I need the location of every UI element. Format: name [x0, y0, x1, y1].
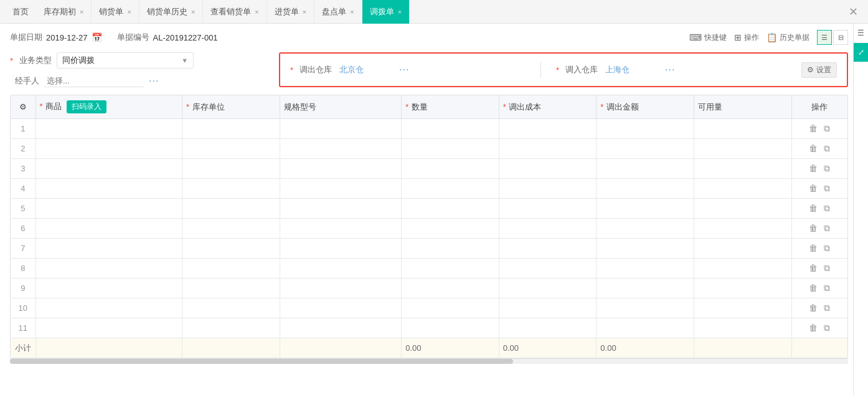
- th-settings[interactable]: ⚙: [11, 95, 35, 119]
- tab-purchase-order[interactable]: 进货单 ×: [267, 0, 314, 24]
- cell-cost[interactable]: [499, 298, 597, 318]
- cell-product[interactable]: [35, 278, 182, 298]
- cell-quantity[interactable]: [402, 139, 499, 159]
- cell-product[interactable]: [35, 179, 182, 199]
- tab-inventory-init[interactable]: 库存期初 ×: [36, 0, 92, 24]
- cell-cost[interactable]: [499, 259, 597, 278]
- delete-icon[interactable]: 🗑: [809, 223, 818, 233]
- cell-cost[interactable]: [499, 318, 597, 338]
- delete-icon[interactable]: 🗑: [809, 163, 818, 173]
- cell-available[interactable]: [694, 179, 791, 199]
- cell-cost[interactable]: [499, 119, 597, 139]
- tab-close-sales-history[interactable]: ×: [191, 8, 195, 16]
- layout-grid-btn[interactable]: ⊟: [833, 30, 848, 45]
- tab-home[interactable]: 首页: [5, 0, 36, 24]
- sidebar-list-btn[interactable]: ☰: [854, 24, 869, 43]
- cell-available[interactable]: [694, 318, 791, 338]
- delete-icon[interactable]: 🗑: [809, 183, 818, 193]
- cell-unit[interactable]: [182, 199, 280, 219]
- cell-quantity[interactable]: [402, 318, 499, 338]
- tab-bar-close-button[interactable]: ✕: [844, 5, 863, 19]
- delete-icon[interactable]: 🗑: [809, 283, 818, 293]
- cell-cost[interactable]: [499, 219, 597, 239]
- warehouse-in-more-btn[interactable]: ···: [665, 64, 675, 75]
- cell-spec[interactable]: [280, 199, 402, 219]
- cell-unit[interactable]: [182, 219, 280, 239]
- layout-list-btn[interactable]: ☰: [817, 30, 832, 45]
- delete-icon[interactable]: 🗑: [809, 303, 818, 313]
- tab-close-transfer-order[interactable]: ×: [398, 8, 402, 16]
- cell-product[interactable]: [35, 139, 182, 159]
- cell-spec[interactable]: [280, 159, 402, 179]
- cell-product[interactable]: [35, 318, 182, 338]
- cell-available[interactable]: [694, 278, 791, 298]
- copy-icon[interactable]: ⧉: [824, 303, 830, 313]
- cell-available[interactable]: [694, 119, 791, 139]
- copy-icon[interactable]: ⧉: [824, 203, 830, 213]
- delete-icon[interactable]: 🗑: [809, 123, 818, 133]
- cell-amount[interactable]: [597, 219, 694, 239]
- tab-sales-order[interactable]: 销货单 ×: [92, 0, 139, 24]
- cell-quantity[interactable]: [402, 159, 499, 179]
- cell-quantity[interactable]: [402, 259, 499, 278]
- cell-cost[interactable]: [499, 139, 597, 159]
- cell-spec[interactable]: [280, 139, 402, 159]
- delete-icon[interactable]: 🗑: [809, 243, 818, 253]
- cell-quantity[interactable]: [402, 278, 499, 298]
- copy-icon[interactable]: ⧉: [824, 243, 830, 253]
- copy-icon[interactable]: ⧉: [824, 323, 830, 333]
- copy-icon[interactable]: ⧉: [824, 223, 830, 233]
- cell-cost[interactable]: [499, 199, 597, 219]
- cell-product[interactable]: [35, 119, 182, 139]
- cell-quantity[interactable]: [402, 199, 499, 219]
- delete-icon[interactable]: 🗑: [809, 323, 818, 333]
- cell-product[interactable]: [35, 159, 182, 179]
- cell-available[interactable]: [694, 199, 791, 219]
- cell-cost[interactable]: [499, 239, 597, 259]
- delete-icon[interactable]: 🗑: [809, 263, 818, 273]
- cell-amount[interactable]: [597, 318, 694, 338]
- cell-available[interactable]: [694, 139, 791, 159]
- copy-icon[interactable]: ⧉: [824, 123, 830, 133]
- cell-cost[interactable]: [499, 159, 597, 179]
- cell-amount[interactable]: [597, 139, 694, 159]
- cell-product[interactable]: [35, 219, 182, 239]
- cell-unit[interactable]: [182, 179, 280, 199]
- cell-quantity[interactable]: [402, 298, 499, 318]
- warehouse-out-more-btn[interactable]: ···: [399, 64, 409, 75]
- delete-icon[interactable]: 🗑: [809, 203, 818, 213]
- cell-quantity[interactable]: [402, 179, 499, 199]
- copy-icon[interactable]: ⧉: [824, 283, 830, 293]
- horizontal-scrollbar[interactable]: [10, 359, 848, 364]
- cell-spec[interactable]: [280, 219, 402, 239]
- cell-unit[interactable]: [182, 259, 280, 278]
- tab-close-purchase-order[interactable]: ×: [303, 8, 306, 16]
- cell-spec[interactable]: [280, 239, 402, 259]
- cell-available[interactable]: [694, 259, 791, 278]
- delete-icon[interactable]: 🗑: [809, 143, 818, 153]
- history-btn[interactable]: 📋 历史单据: [767, 32, 809, 43]
- cell-spec[interactable]: [280, 298, 402, 318]
- cell-unit[interactable]: [182, 159, 280, 179]
- cell-product[interactable]: [35, 259, 182, 278]
- cell-spec[interactable]: [280, 259, 402, 278]
- settings-button[interactable]: ⚙ 设置: [801, 62, 837, 78]
- cell-unit[interactable]: [182, 278, 280, 298]
- cell-amount[interactable]: [597, 119, 694, 139]
- cell-available[interactable]: [694, 298, 791, 318]
- cell-product[interactable]: [35, 298, 182, 318]
- tab-close-inventory-count[interactable]: ×: [350, 8, 354, 16]
- tab-sales-history[interactable]: 销货单历史 ×: [139, 0, 203, 24]
- cell-unit[interactable]: [182, 298, 280, 318]
- cell-spec[interactable]: [280, 179, 402, 199]
- cell-amount[interactable]: [597, 159, 694, 179]
- cell-unit[interactable]: [182, 119, 280, 139]
- copy-icon[interactable]: ⧉: [824, 183, 830, 193]
- cell-amount[interactable]: [597, 278, 694, 298]
- cell-amount[interactable]: [597, 199, 694, 219]
- copy-icon[interactable]: ⧉: [824, 143, 830, 153]
- cell-quantity[interactable]: [402, 239, 499, 259]
- cell-quantity[interactable]: [402, 219, 499, 239]
- tab-inventory-count[interactable]: 盘点单 ×: [314, 0, 362, 24]
- scan-button[interactable]: 扫码录入: [67, 100, 106, 113]
